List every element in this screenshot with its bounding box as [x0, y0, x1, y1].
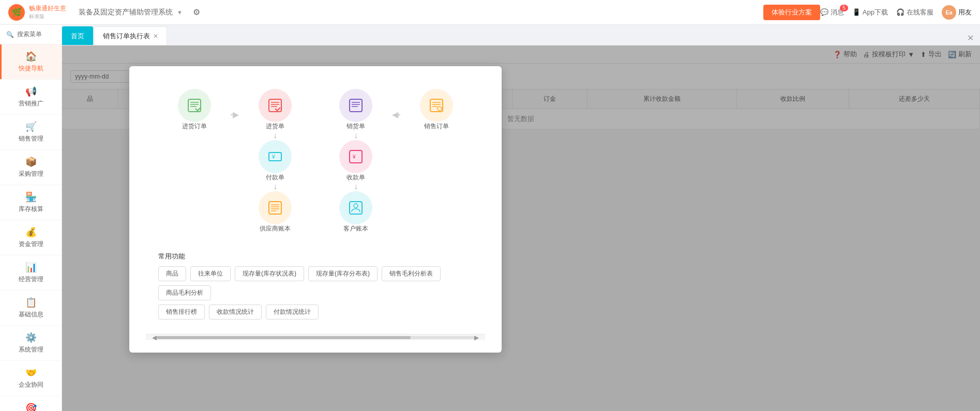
- app-download-button[interactable]: 📱 App下载: [852, 8, 888, 17]
- sidebar-label-operations: 经营管理: [19, 275, 43, 284]
- svg-rect-21: [269, 202, 281, 214]
- sp2: [311, 182, 320, 191]
- sidebar-icon-operations: 📊: [25, 262, 37, 273]
- func-btn-stock-status[interactable]: 现存量(库存状况表): [235, 266, 304, 281]
- func-btn-product-margin[interactable]: 商品毛利分析: [158, 285, 211, 300]
- experience-button[interactable]: 体验行业方案: [763, 5, 820, 20]
- sidebar-item-finance[interactable]: 💰 资金管理: [0, 220, 62, 255]
- sales-order-tab-label: 销售订单执行表: [103, 32, 150, 41]
- window-close-button[interactable]: ✕: [965, 31, 976, 45]
- receipt-circle[interactable]: ¥: [339, 140, 372, 173]
- flow-col-receipt: ¥ 收款单: [320, 140, 392, 182]
- purchase-order-circle[interactable]: [178, 89, 211, 122]
- sidebar: 🔍 搜索菜单 🏠 快捷导航 📢 营销推广 🛒 销售管理 📦 采购管理 🏪 库存核…: [0, 25, 62, 411]
- customer-circle[interactable]: [339, 191, 372, 224]
- main-layout: 🔍 搜索菜单 🏠 快捷导航 📢 营销推广 🛒 销售管理 📦 采购管理 🏪 库存核…: [0, 25, 980, 411]
- service-icon: 🎧: [896, 8, 904, 16]
- home-tab-label: 首页: [71, 32, 84, 41]
- func-btn-stock-dist[interactable]: 现存量(库存分布表): [308, 266, 378, 281]
- customer-icon: [348, 200, 364, 216]
- sidebar-icon-finance: 💰: [25, 226, 37, 238]
- logo-icon: 🌿: [8, 4, 25, 21]
- flow-col-sales-bill: 销货单: [320, 89, 392, 131]
- purchase-order-icon: [186, 97, 203, 114]
- purchase-bill-circle[interactable]: [259, 89, 292, 122]
- modal-overlay[interactable]: 进货订单 ▶: [62, 45, 980, 411]
- system-dropdown-arrow[interactable]: ▼: [177, 9, 183, 16]
- flow-col-customer: 客户账本: [320, 191, 392, 233]
- sidebar-item-quick-nav[interactable]: 🏠 快捷导航: [0, 44, 62, 80]
- payment-circle[interactable]: ¥: [259, 140, 292, 173]
- payment-icon: ¥: [267, 148, 283, 165]
- down-arrow-customer: ↓: [320, 182, 392, 191]
- scroll-thumb: [157, 336, 411, 339]
- sidebar-item-inventory[interactable]: 🏪 库存核算: [0, 185, 62, 220]
- spacer3: [392, 131, 400, 140]
- receipt-icon: ¥: [348, 148, 364, 165]
- sidebar-icon-quick-nav: 🏠: [25, 51, 37, 62]
- sidebar-item-operations[interactable]: 📊 经营管理: [0, 255, 62, 291]
- sidebar-item-basics[interactable]: 📋 基础信息: [0, 291, 62, 326]
- top-header: 🌿 畅康通好生意 标准版 装备及固定资产辅助管理系统 ▼ ⚙ 体验行业方案 💬 …: [0, 0, 980, 25]
- func-btn-receipt-stats[interactable]: 收款情况统计: [209, 305, 262, 319]
- sidebar-label-system: 系统管理: [19, 345, 43, 354]
- func-btn-sales-margin[interactable]: 销售毛利分析表: [382, 266, 441, 281]
- sales-bill-circle[interactable]: [339, 89, 372, 122]
- sidebar-label-enterprise: 企业协同: [19, 380, 43, 389]
- common-functions: 常用功能 商品 往来单位 现存量(库存状况表) 现存量(库存分布表) 销售毛利分…: [146, 252, 485, 334]
- tab-bar-right: ✕: [965, 31, 976, 45]
- sp1: [231, 182, 239, 191]
- settings-icon-button[interactable]: ⚙: [191, 5, 202, 19]
- supplier-circle[interactable]: [259, 191, 292, 224]
- sidebar-item-purchase[interactable]: 📦 采购管理: [0, 150, 62, 185]
- sidebar-icon-marketing: 📢: [25, 86, 37, 97]
- empty3: [400, 182, 473, 191]
- content-area: 首页 销售订单执行表 ✕ ✕ ❓ 帮助 🖨 按模板打印 ▼: [62, 25, 980, 411]
- down-arrow-payment: ↓: [239, 131, 311, 140]
- sidebar-item-system[interactable]: ⚙️ 系统管理: [0, 326, 62, 361]
- tab-home[interactable]: 首页: [62, 26, 93, 45]
- message-button[interactable]: 💬 消息 5: [820, 8, 844, 17]
- user-area[interactable]: Ea 用友: [942, 5, 972, 20]
- sales-order-circle[interactable]: [420, 89, 453, 122]
- down-arrow-supplier: ↓: [239, 182, 311, 191]
- svg-point-16: [438, 106, 442, 111]
- tab-sales-order[interactable]: 销售订单执行表 ✕: [94, 26, 167, 45]
- sidebar-item-newbie[interactable]: 🎯 新手引导: [0, 396, 62, 411]
- func-btn-payment-stats[interactable]: 付款情况统计: [266, 305, 319, 319]
- down-arrow-pb: [158, 131, 231, 140]
- flow-col-supplier: 供应商账本: [239, 191, 311, 233]
- logo-text: 畅康通好生意 标准版: [29, 5, 66, 20]
- tab-close-icon[interactable]: ✕: [153, 33, 158, 40]
- sidebar-label-sales: 销售管理: [19, 134, 43, 143]
- svg-text:¥: ¥: [352, 154, 356, 160]
- scroll-track[interactable]: [157, 336, 474, 339]
- sidebar-item-marketing[interactable]: 📢 营销推广: [0, 80, 62, 115]
- sidebar-label-basics: 基础信息: [19, 310, 43, 319]
- customer-label: 客户账本: [343, 224, 368, 233]
- func-buttons-row2: 销售排行榜 收款情况统计 付款情况统计: [158, 305, 473, 319]
- receipt-label: 收款单: [346, 173, 365, 182]
- message-badge: 5: [840, 5, 848, 11]
- flow-col-sales-order: 销售订单: [400, 89, 473, 131]
- svg-rect-4: [269, 99, 281, 112]
- horizontal-scrollbar[interactable]: ◀ ▶: [146, 334, 485, 340]
- sidebar-item-enterprise[interactable]: 🤝 企业协同: [0, 361, 62, 396]
- sales-order-icon: [428, 97, 445, 114]
- sidebar-item-sales[interactable]: 🛒 销售管理: [0, 115, 62, 150]
- func-btn-contacts[interactable]: 往来单位: [190, 266, 231, 281]
- spacer1: [231, 131, 239, 140]
- online-service-button[interactable]: 🎧 在线客服: [896, 8, 933, 17]
- sidebar-label-inventory: 库存核算: [19, 205, 43, 214]
- scroll-left-arrow[interactable]: ◀: [152, 334, 157, 341]
- search-menu-button[interactable]: 🔍 搜索菜单: [0, 25, 62, 44]
- svg-text:¥: ¥: [272, 154, 275, 160]
- sales-bill-icon: [348, 97, 364, 114]
- spacer4: [400, 131, 473, 140]
- scroll-right-arrow[interactable]: ▶: [474, 334, 479, 341]
- func-btn-sales-rank[interactable]: 销售排行榜: [158, 305, 205, 319]
- func-btn-product[interactable]: 商品: [158, 266, 186, 281]
- func-buttons-row1: 商品 往来单位 现存量(库存状况表) 现存量(库存分布表) 销售毛利分析表 商品…: [158, 266, 473, 300]
- system-title-text: 装备及固定资产辅助管理系统: [79, 8, 173, 17]
- tab-bar: 首页 销售订单执行表 ✕ ✕: [62, 25, 980, 45]
